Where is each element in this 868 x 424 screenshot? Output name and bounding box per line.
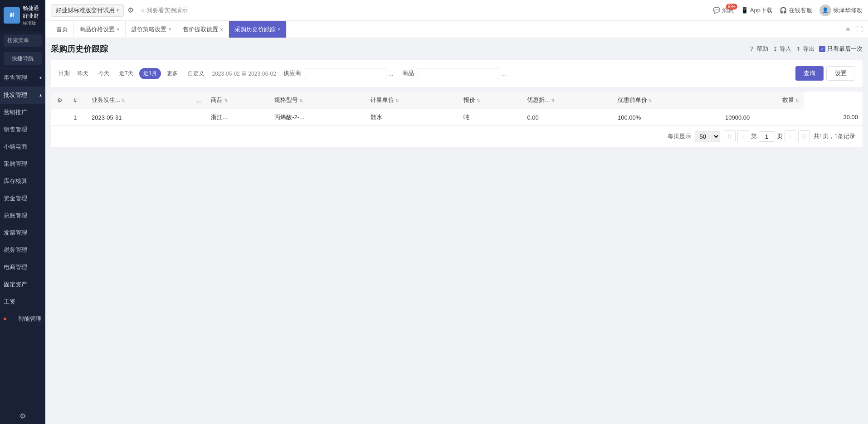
sidebar-item-accounting[interactable]: 总账管理	[0, 207, 45, 224]
help-link[interactable]: ？ 帮助	[749, 45, 768, 53]
sidebar-item-sales[interactable]: 销售管理	[0, 121, 45, 138]
import-link[interactable]: ↧ 导入	[773, 45, 791, 53]
supplier-input[interactable]	[305, 68, 386, 79]
query-button[interactable]: 查询	[795, 66, 824, 81]
col-discount: 优惠折... ⇅	[522, 92, 613, 109]
col-goods-sort-icon[interactable]: ⇅	[224, 98, 228, 103]
gear-icon[interactable]: ⚙	[20, 412, 26, 420]
sidebar-item-ecommerce[interactable]: 电商管理	[0, 259, 45, 276]
col-unit: 计量单位 ⇅	[366, 92, 459, 109]
supplier-dots[interactable]: ...	[386, 70, 395, 77]
app-download-button[interactable]: 📱 App下载	[741, 6, 772, 14]
sidebar-item-ecommerce-small[interactable]: 小畅电商	[0, 138, 45, 155]
export-link[interactable]: ↥ 导出	[796, 45, 814, 53]
tab-purchase-strategy-close[interactable]: ×	[168, 26, 171, 33]
col-spec: 规格型号 ⇅	[270, 92, 366, 109]
online-service-button[interactable]: 🎧 在线客服	[780, 6, 812, 14]
date-btn-1month[interactable]: 近1月	[139, 68, 161, 79]
tab-close-all-icon[interactable]: ✕	[844, 24, 853, 35]
settings-button[interactable]: 设置	[826, 66, 855, 81]
page-prev-button[interactable]: ﹤	[737, 130, 749, 142]
table-body: 1 2023-05-31 浙江... 丙烯酸-2-... 散水 吨 0.00 1…	[51, 109, 863, 126]
sidebar-item-inventory-label: 库存核算	[4, 177, 27, 185]
row-settings-cell	[51, 109, 69, 126]
page-last-button[interactable]: ⟩⟩	[798, 130, 810, 142]
col-quantity-sort-icon[interactable]: ⇅	[795, 98, 799, 103]
tab-price-close[interactable]: ×	[117, 26, 120, 33]
col-price-label: 报价	[463, 96, 475, 104]
col-unit-sort-icon[interactable]: ⇅	[395, 98, 399, 103]
col-before-price-sort-icon[interactable]: ⇅	[649, 98, 652, 103]
goods-input-wrap: ...	[418, 68, 508, 79]
table-card: ⚙ # 业务发生... ⇅ ... 商品	[51, 92, 863, 147]
search-menu-button[interactable]: 搜索菜单	[4, 34, 42, 47]
page-input[interactable]	[759, 131, 775, 142]
sidebar-bottom: ⚙	[0, 408, 45, 424]
page-label-unit: 页	[777, 132, 783, 140]
date-btn-today[interactable]: 今天	[94, 68, 113, 79]
col-date-sort-icon[interactable]: ⇅	[122, 98, 125, 103]
message-button[interactable]: 💬 消息 99+	[713, 6, 734, 14]
goods-dots[interactable]: ...	[499, 70, 508, 77]
tab-fullscreen-icon[interactable]: ⛶	[854, 24, 864, 35]
version-selector[interactable]: 好业财标准版交付试用 ▾	[51, 4, 124, 17]
row-date-cell: 2023-05-31	[87, 109, 192, 126]
sidebar-item-sales-label: 销售管理	[4, 125, 27, 134]
sidebar-item-invoice[interactable]: 发票管理	[0, 224, 45, 241]
tab-purchase-history[interactable]: 采购历史价跟踪 ×	[229, 21, 287, 38]
page-next-button[interactable]: ﹥	[785, 130, 796, 142]
page-header: 采购历史价跟踪 ？ 帮助 ↧ 导入 ↥ 导出 只看最后一次	[51, 43, 863, 54]
sidebar-item-ecommerce-label: 电商管理	[4, 263, 27, 271]
online-service-label: 在线客服	[789, 6, 812, 14]
tab-sale-price[interactable]: 售价提取设置 ×	[177, 21, 229, 38]
row-goods-cell: 丙烯酸-2-...	[270, 109, 366, 126]
table-settings-gear-icon[interactable]: ⚙	[57, 97, 63, 104]
message-badge: 99+	[726, 4, 737, 10]
tab-price[interactable]: 商品价格设置 ×	[74, 21, 126, 38]
sidebar-item-purchase[interactable]: 采购管理	[0, 155, 45, 173]
last-only-checkbox[interactable]	[819, 46, 825, 52]
sidebar-item-tax[interactable]: 税务管理	[0, 241, 45, 259]
sidebar-item-marketing[interactable]: 营销推广	[0, 104, 45, 121]
row-unit-cell: 散水	[366, 109, 459, 126]
page-label-text: 第	[751, 132, 757, 140]
row-supplier-cell: 浙江...	[206, 109, 270, 126]
per-page-select[interactable]: 50 100 200	[695, 131, 720, 142]
col-price-sort-icon[interactable]: ⇅	[477, 98, 480, 103]
date-buttons: 昨天 今天 近7天 近1月 更多 自定义	[73, 68, 208, 79]
goods-input[interactable]	[418, 68, 499, 79]
tab-home-label: 首页	[56, 25, 68, 34]
date-btn-yesterday[interactable]: 昨天	[73, 68, 93, 79]
sidebar-item-assets[interactable]: 固定资产	[0, 276, 45, 293]
tab-purchase-strategy[interactable]: 进价策略设置 ×	[126, 21, 177, 38]
sidebar-item-smart[interactable]: 智能管理	[0, 310, 45, 328]
col-spec-sort-icon[interactable]: ⇅	[299, 98, 303, 103]
sidebar-item-retail[interactable]: 零售管理 ▾	[0, 69, 45, 87]
last-only-checkbox-label[interactable]: 只看最后一次	[819, 45, 863, 53]
tab-home[interactable]: 首页	[51, 21, 74, 38]
tab-sale-price-close[interactable]: ×	[220, 26, 223, 33]
col-discount-sort-icon[interactable]: ⇅	[551, 98, 555, 103]
sidebar-item-finance[interactable]: 资金管理	[0, 190, 45, 207]
user-menu[interactable]: 👤 徐泽华修改	[819, 5, 863, 16]
date-filter-group: 日期 昨天 今天 近7天 近1月 更多 自定义 2023-05-02 至 202…	[58, 68, 276, 79]
app-download-icon: 📱	[741, 7, 748, 14]
tab-purchase-history-close[interactable]: ×	[278, 26, 281, 33]
sidebar-item-salary[interactable]: 工资	[0, 293, 45, 310]
page-total: 共1页，1条记录	[814, 132, 855, 140]
date-btn-7days[interactable]: 近7天	[115, 68, 137, 79]
demo-button[interactable]: ○ 我要看实例演示	[141, 6, 188, 14]
row-index-cell: 1	[69, 109, 87, 126]
topbar: 好业财标准版交付试用 ▾ ⚙ ○ 我要看实例演示 💬 消息 99+ 📱 App下…	[45, 0, 868, 21]
topbar-settings-icon[interactable]: ⚙	[127, 6, 134, 14]
date-btn-more[interactable]: 更多	[163, 68, 182, 79]
page-first-button[interactable]: ⟨⟨	[724, 130, 736, 142]
export-label: 导出	[803, 45, 814, 53]
message-icon: 💬	[713, 7, 720, 14]
quick-nav-button[interactable]: 快捷导航	[4, 52, 42, 65]
sidebar-item-wholesale[interactable]: 批发管理 ▴	[0, 87, 45, 104]
date-btn-custom[interactable]: 自定义	[184, 68, 208, 79]
sidebar-item-inventory[interactable]: 库存核算	[0, 173, 45, 190]
pagination-bar: 每页显示 50 100 200 ⟨⟨ ﹤ 第 页 ﹥ ⟩⟩ 共1页，1条记录	[51, 125, 863, 147]
col-settings: ⚙	[51, 92, 69, 109]
